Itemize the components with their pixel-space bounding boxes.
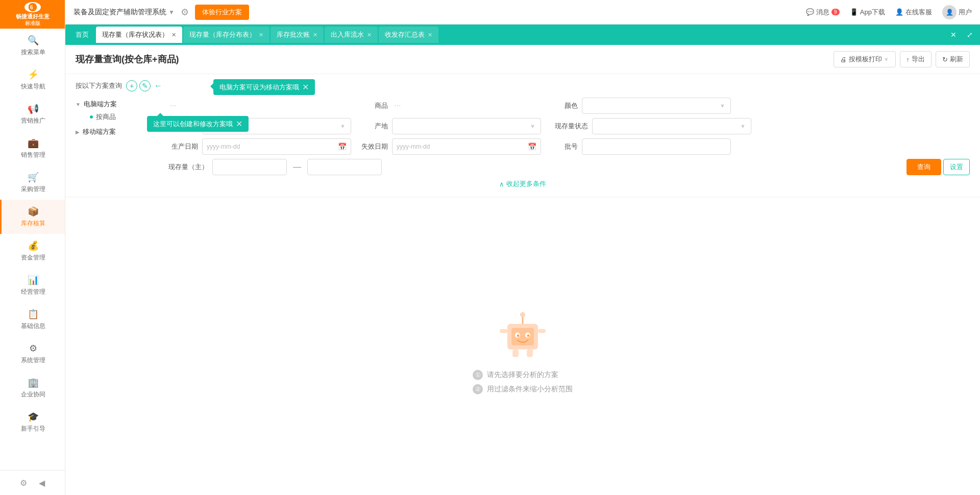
online-support-btn[interactable]: 👤 在线客服 bbox=[895, 8, 932, 17]
filter-dots-1[interactable]: ··· bbox=[167, 101, 178, 110]
sidebar-item-quick-nav[interactable]: ⚡ 快速导航 bbox=[0, 63, 65, 97]
sidebar-item-system[interactable]: ⚙ 系统管理 bbox=[0, 337, 65, 371]
collapse-bar[interactable]: ∧ 收起更多条件 bbox=[76, 175, 970, 191]
tab-receive-send-label: 收发存汇总表 bbox=[385, 30, 425, 39]
batch-input[interactable] bbox=[582, 138, 731, 155]
inventory-icon: 📦 bbox=[28, 206, 39, 217]
tab-inventory-dist[interactable]: 现存量（库存分布表） ✕ bbox=[183, 27, 270, 43]
tab-bar: 首页 现存量（库存状况表） ✕ 现存量（库存分布表） ✕ 库存批次账 ✕ 出入库… bbox=[65, 25, 980, 45]
tab-inventory-dist-close[interactable]: ✕ bbox=[259, 32, 263, 38]
stock-status-arrow: ▼ bbox=[740, 123, 746, 129]
scheme-panel: ▼ 电脑端方案 按商品 bbox=[76, 98, 157, 175]
svg-text:6: 6 bbox=[30, 5, 33, 11]
scheme-item-by-product[interactable]: 按商品 bbox=[86, 111, 157, 123]
scheme-group-desktop: ▼ 电脑端方案 按商品 bbox=[76, 98, 157, 123]
chevron-right-icon: ▶ bbox=[76, 129, 80, 135]
message-btn[interactable]: 💬 消息 9 bbox=[806, 8, 840, 17]
empty-hint-1: ① 请先选择要分析的方案 bbox=[473, 370, 573, 380]
guide-icon: 🎓 bbox=[28, 411, 39, 422]
tooltip-edit-close[interactable]: ✕ bbox=[236, 119, 242, 129]
tab-receive-send[interactable]: 收发存汇总表 ✕ bbox=[379, 27, 438, 43]
sidebar-item-sales[interactable]: 💼 销售管理 bbox=[0, 131, 65, 166]
sidebar-item-marketing[interactable]: 📢 营销推广 bbox=[0, 97, 65, 131]
expand-icon: ⤢ bbox=[967, 31, 973, 39]
color-select[interactable]: ▼ bbox=[582, 98, 731, 114]
sidebar-item-search[interactable]: 🔍 搜索菜单 bbox=[0, 29, 65, 63]
range-separator: — bbox=[291, 162, 303, 172]
edit-scheme-btn[interactable]: ✎ bbox=[139, 80, 151, 91]
tab-home-label: 首页 bbox=[76, 30, 89, 39]
tab-inventory-status[interactable]: 现存量（库存状况表） ✕ bbox=[96, 27, 182, 43]
refresh-icon: ↻ bbox=[942, 56, 948, 63]
filter-section: 按以下方案查询 + ✎ ← 电脑方案可设为移动 bbox=[65, 74, 980, 197]
filter-product-dots[interactable]: ··· bbox=[392, 101, 403, 110]
tab-home[interactable]: 首页 bbox=[69, 27, 95, 43]
tab-batch-account[interactable]: 库存批次账 ✕ bbox=[271, 27, 324, 43]
sidebar-item-enterprise[interactable]: 🏢 企业协同 bbox=[0, 371, 65, 405]
tab-receive-send-close[interactable]: ✕ bbox=[428, 32, 432, 38]
tab-inventory-status-close[interactable]: ✕ bbox=[172, 32, 176, 38]
print-btn[interactable]: 🖨 按模板打印 ▼ bbox=[834, 51, 896, 67]
sidebar-item-purchase[interactable]: 🛒 采购管理 bbox=[0, 166, 65, 200]
app-download-btn[interactable]: 📱 App下载 bbox=[850, 8, 885, 17]
arrow-btn[interactable]: ← bbox=[153, 80, 164, 91]
stock-qty-min-input[interactable] bbox=[212, 159, 287, 175]
tooltip-scheme: 电脑方案可设为移动方案哦 ✕ bbox=[213, 79, 315, 95]
origin-label: 产地 bbox=[357, 122, 388, 131]
filter-fields: ··· 商品 ··· 颜色 ▼ bbox=[167, 98, 970, 175]
system-name-dropdown[interactable]: 装备及固定资产辅助管理系统 ▼ bbox=[74, 8, 175, 17]
system-icon: ⚙ bbox=[29, 343, 37, 354]
sidebar-item-inventory[interactable]: 📦 库存核算 bbox=[0, 200, 65, 234]
tab-in-out-flow[interactable]: 出入库流水 ✕ bbox=[325, 27, 378, 43]
user-menu-btn[interactable]: 👤 用户 bbox=[942, 5, 972, 19]
tab-in-out-flow-close[interactable]: ✕ bbox=[367, 32, 372, 38]
sales-icon: 💼 bbox=[28, 137, 39, 149]
sidebar-settings-icon: ⚙ bbox=[20, 478, 27, 488]
export-btn[interactable]: ↑ 导出 bbox=[900, 51, 932, 67]
empty-illustration bbox=[492, 298, 553, 360]
production-date-input[interactable]: yyyy-mm-dd 📅 bbox=[202, 138, 351, 155]
sidebar-item-marketing-label: 营销推广 bbox=[21, 116, 45, 125]
sidebar-item-basics[interactable]: 📋 基础信息 bbox=[0, 302, 65, 337]
sidebar-item-guide[interactable]: 🎓 新手引导 bbox=[0, 405, 65, 439]
settings-btn[interactable]: 设置 bbox=[943, 159, 970, 175]
page-header: 现存量查询(按仓库+商品) 🖨 按模板打印 ▼ ↑ 导出 ↻ 刷新 bbox=[65, 45, 980, 74]
sidebar-collapse-btn[interactable]: ◀ bbox=[34, 475, 50, 491]
empty-text: ① 请先选择要分析的方案 ② 用过滤条件来缩小分析范围 bbox=[473, 370, 573, 394]
header-right: 💬 消息 9 📱 App下载 👤 在线客服 👤 用户 bbox=[806, 5, 972, 19]
print-label: 按模板打印 bbox=[849, 55, 882, 64]
experience-btn[interactable]: 体验行业方案 bbox=[195, 5, 249, 20]
product-label: 商品 bbox=[357, 101, 388, 110]
tab-in-out-flow-label: 出入库流水 bbox=[331, 30, 364, 39]
scheme-group-mobile-header[interactable]: ▶ 移动端方案 bbox=[76, 125, 157, 138]
refresh-btn[interactable]: ↻ 刷新 bbox=[936, 51, 970, 67]
scheme-group-desktop-header[interactable]: ▼ 电脑端方案 bbox=[76, 98, 157, 111]
marketing-icon: 📢 bbox=[28, 103, 39, 114]
scheme-item-label: 按商品 bbox=[96, 112, 116, 122]
expiry-date-input[interactable]: yyyy-mm-dd 📅 bbox=[392, 138, 541, 155]
collapse-icon: ∧ bbox=[499, 180, 504, 188]
query-btn[interactable]: 查询 bbox=[906, 159, 941, 175]
expiry-date-label: 失效日期 bbox=[357, 142, 388, 151]
tab-close-all-btn[interactable]: ✕ bbox=[947, 29, 960, 41]
sidebar-item-operations[interactable]: 📊 经营管理 bbox=[0, 268, 65, 302]
tab-inventory-dist-label: 现存量（库存分布表） bbox=[189, 30, 256, 39]
tab-batch-account-close[interactable]: ✕ bbox=[313, 32, 317, 38]
origin-select[interactable]: ▼ bbox=[392, 118, 541, 134]
quick-nav-icon: ⚡ bbox=[28, 69, 39, 80]
svg-rect-12 bbox=[512, 349, 519, 357]
tooltip-scheme-close[interactable]: ✕ bbox=[302, 82, 309, 92]
operations-icon: 📊 bbox=[28, 274, 39, 286]
header-settings-icon[interactable]: ⚙ bbox=[181, 7, 189, 18]
tab-expand-btn[interactable]: ⤢ bbox=[964, 29, 976, 41]
add-scheme-btn[interactable]: + bbox=[126, 80, 137, 91]
origin-select-arrow: ▼ bbox=[530, 123, 535, 129]
query-buttons: 查询 设置 bbox=[906, 159, 970, 175]
sidebar-item-finance[interactable]: 💰 资金管理 bbox=[0, 234, 65, 268]
hint1-text: 请先选择要分析的方案 bbox=[487, 370, 558, 380]
sidebar-settings-btn[interactable]: ⚙ bbox=[15, 475, 32, 491]
scheme-group-mobile: ▶ 移动端方案 bbox=[76, 125, 157, 138]
stock-qty-max-input[interactable] bbox=[307, 159, 382, 175]
stock-status-select[interactable]: ▼ bbox=[592, 118, 751, 134]
empty-hint-2: ② 用过滤条件来缩小分析范围 bbox=[473, 384, 573, 394]
